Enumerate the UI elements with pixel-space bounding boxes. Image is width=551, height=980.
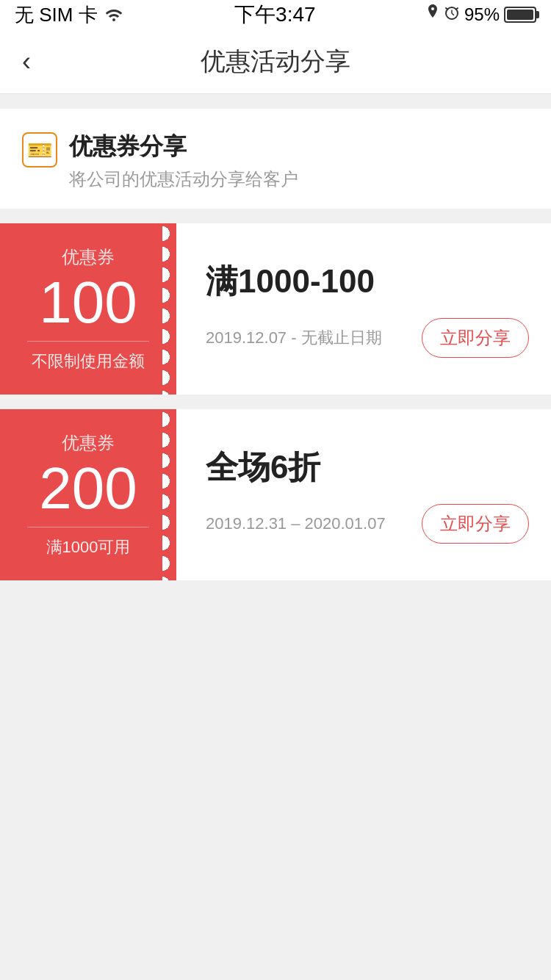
battery-icon bbox=[504, 7, 536, 23]
coupon-label-0: 优惠券 bbox=[62, 245, 115, 269]
coupon-amount-1: 200 bbox=[39, 459, 137, 518]
coupon-meta-1: 2019.12.31 – 2020.01.07 立即分享 bbox=[206, 504, 529, 544]
alarm-icon bbox=[444, 4, 460, 25]
status-time: 下午3:47 bbox=[234, 1, 316, 29]
section-icon: 🎫 bbox=[22, 132, 57, 167]
coupon-item-1: 优惠券 200 满1000可用 全场6折 2019.12.31 – 2020.0… bbox=[0, 409, 551, 580]
coupon-list: 优惠券 100 不限制使用金额 满1000-100 2019.12.07 - 无… bbox=[0, 223, 551, 595]
coupon-divider-1 bbox=[27, 527, 149, 527]
coupon-right-0: 满1000-100 2019.12.07 - 无截止日期 立即分享 bbox=[176, 223, 551, 394]
coupon-condition-1: 满1000可用 bbox=[46, 536, 131, 558]
coupon-divider-0 bbox=[27, 341, 149, 342]
coupon-date-0: 2019.12.07 - 无截止日期 bbox=[206, 327, 414, 349]
coupon-date-1: 2019.12.31 – 2020.01.07 bbox=[206, 514, 414, 533]
back-button[interactable]: ‹ bbox=[22, 46, 31, 77]
page-title: 优惠活动分享 bbox=[201, 45, 350, 79]
location-icon bbox=[426, 4, 439, 25]
coupon-left-1: 优惠券 200 满1000可用 bbox=[0, 409, 176, 580]
coupon-condition-0: 不限制使用金额 bbox=[32, 350, 145, 372]
status-right: 95% bbox=[426, 4, 536, 25]
wifi-icon bbox=[104, 4, 124, 26]
coupon-label-1: 优惠券 bbox=[62, 431, 115, 455]
coupon-share-btn-0[interactable]: 立即分享 bbox=[422, 318, 529, 358]
bottom-space bbox=[0, 595, 551, 962]
section-text: 优惠券分享 将公司的优惠活动分享给客户 bbox=[69, 131, 298, 191]
coupon-meta-0: 2019.12.07 - 无截止日期 立即分享 bbox=[206, 318, 529, 358]
coupon-name-0: 满1000-100 bbox=[206, 260, 529, 303]
coupon-share-btn-1[interactable]: 立即分享 bbox=[422, 504, 529, 544]
status-left: 无 SIM 卡 bbox=[15, 2, 124, 28]
status-bar: 无 SIM 卡 下午3:47 95% bbox=[0, 0, 551, 29]
section-header: 🎫 优惠券分享 将公司的优惠活动分享给客户 bbox=[0, 109, 551, 209]
battery-percent: 95% bbox=[464, 4, 500, 25]
coupon-amount-0: 100 bbox=[39, 273, 137, 332]
carrier-text: 无 SIM 卡 bbox=[15, 2, 98, 28]
coupon-item-0: 优惠券 100 不限制使用金额 满1000-100 2019.12.07 - 无… bbox=[0, 223, 551, 394]
coupon-name-1: 全场6折 bbox=[206, 446, 529, 489]
section-desc: 将公司的优惠活动分享给客户 bbox=[69, 167, 298, 191]
nav-bar: ‹ 优惠活动分享 bbox=[0, 29, 551, 94]
coupon-right-1: 全场6折 2019.12.31 – 2020.01.07 立即分享 bbox=[176, 409, 551, 580]
coupon-left-0: 优惠券 100 不限制使用金额 bbox=[0, 223, 176, 394]
section-title: 优惠券分享 bbox=[69, 131, 298, 163]
